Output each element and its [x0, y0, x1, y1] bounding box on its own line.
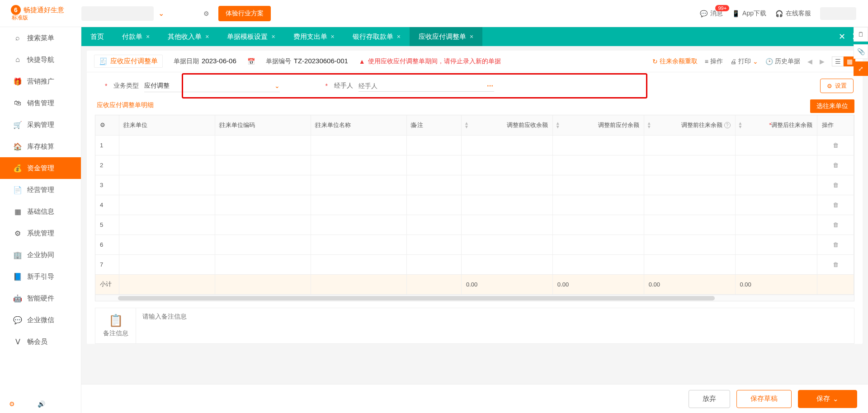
tab-payment[interactable]: 付款单×: [113, 27, 159, 46]
rail-note-button[interactable]: 🗒: [854, 27, 868, 42]
col-unit-name[interactable]: ▲▼往来单位名称: [311, 115, 406, 135]
table-row[interactable]: 3🗑: [95, 175, 854, 195]
tab-other-income[interactable]: 其他收入单×: [159, 27, 218, 46]
chip-icon: 🤖: [14, 294, 22, 302]
tab-bank[interactable]: 银行存取款单×: [344, 27, 410, 46]
messages-button[interactable]: 💬 消息 99+: [700, 9, 723, 18]
cart-icon: 🛒: [14, 121, 22, 129]
close-icon[interactable]: ×: [205, 33, 209, 40]
tab-expense[interactable]: 费用支出单×: [284, 27, 344, 46]
col-pre-recv[interactable]: ▲▼调整前应收余额: [461, 115, 552, 135]
sidebar-item-label: 销售管理: [27, 99, 54, 108]
save-button[interactable]: 保存⌄: [798, 390, 857, 408]
more-icon[interactable]: ⋯: [487, 82, 494, 89]
chevron-down-icon: ⌄: [274, 82, 280, 89]
history-button[interactable]: 🕑历史单据: [765, 57, 800, 66]
table-row[interactable]: 2🗑: [95, 155, 854, 175]
settings-icon[interactable]: ⚙: [9, 400, 15, 408]
delete-row-button[interactable]: 🗑: [817, 235, 854, 254]
delete-row-button[interactable]: 🗑: [817, 195, 854, 215]
remark-input[interactable]: [142, 313, 848, 320]
gear-icon[interactable]: ⚙: [203, 10, 209, 17]
view-list-button[interactable]: ☰: [832, 56, 844, 66]
sidebar-item-wechat[interactable]: 💬企业微信: [0, 309, 81, 331]
business-type-field[interactable]: *业务类型 应付调整⌄: [105, 80, 280, 92]
discard-button[interactable]: 放弃: [689, 390, 730, 408]
next-icon[interactable]: ▶: [820, 58, 825, 65]
sidebar-item-search[interactable]: ⌕搜索菜单: [0, 27, 81, 49]
horizontal-scrollbar[interactable]: [95, 295, 854, 301]
table-row[interactable]: 6🗑: [95, 235, 854, 254]
tab-adjustment[interactable]: 应收应付调整单×: [410, 27, 482, 46]
sidebar-item-vip[interactable]: Ⅴ畅会员: [0, 331, 81, 352]
table-row[interactable]: 5🗑: [95, 215, 854, 235]
col-pre-pay[interactable]: ▲▼调整前应付余额: [552, 115, 644, 135]
sidebar-item-quicknav[interactable]: ⌂快捷导航: [0, 49, 81, 70]
col-config[interactable]: ⚙: [95, 115, 119, 135]
delete-row-button[interactable]: 🗑: [817, 155, 854, 175]
try-industry-button[interactable]: 体验行业方案: [218, 6, 271, 21]
print-icon: 🖨: [730, 58, 736, 65]
table-row[interactable]: 4🗑: [95, 195, 854, 215]
table-header-row: ⚙ ▲▼往来单位 ▲▼往来单位编码 ▲▼往来单位名称 ▲▼备注 ▲▼调整前应收余…: [95, 115, 854, 135]
col-unit[interactable]: ▲▼往来单位: [119, 115, 215, 135]
handler-input[interactable]: [359, 82, 487, 89]
save-draft-button[interactable]: 保存草稿: [736, 390, 792, 408]
doc-date: 单据日期2023-06-06: [174, 57, 236, 66]
delete-row-button[interactable]: 🗑: [817, 215, 854, 235]
table-row[interactable]: 1🗑: [95, 135, 854, 155]
headset-icon: 🎧: [775, 10, 783, 17]
sidebar-item-hardware[interactable]: 🤖智能硬件: [0, 287, 81, 309]
avatar[interactable]: [820, 7, 856, 20]
settings-button[interactable]: ⚙设置: [820, 79, 854, 93]
sidebar-item-label: 营销推广: [27, 77, 54, 86]
col-pre-balance[interactable]: ▲▼调整前往来余额: [644, 115, 735, 135]
close-icon[interactable]: ×: [470, 33, 473, 40]
close-all-icon[interactable]: ✕: [839, 32, 845, 42]
delete-row-button[interactable]: 🗑: [817, 175, 854, 195]
sidebar-item-inventory[interactable]: 🏠库存核算: [0, 136, 81, 157]
tab-template[interactable]: 单据模板设置×: [218, 27, 284, 46]
chevron-down-icon: ⌄: [158, 9, 164, 18]
close-icon[interactable]: ×: [146, 33, 150, 40]
sidebar-item-purchase[interactable]: 🛒采购管理: [0, 114, 81, 136]
col-remark[interactable]: ▲▼备注: [406, 115, 461, 135]
table-row[interactable]: 7🗑: [95, 254, 854, 274]
sidebar-item-funds[interactable]: 💰资金管理: [0, 157, 81, 179]
sidebar-footer: ⚙ 🔊: [0, 395, 81, 413]
book-icon: 📘: [14, 272, 22, 281]
rail-attach-button[interactable]: 📎: [854, 44, 868, 59]
sidebar-item-marketing[interactable]: 🎁营销推广: [0, 70, 81, 92]
sidebar-item-collab[interactable]: 🏢企业协同: [0, 244, 81, 266]
sound-icon[interactable]: 🔊: [38, 400, 45, 408]
org-selector[interactable]: ⌄: [81, 6, 199, 21]
sidebar-item-system[interactable]: ⚙系统管理: [0, 222, 81, 244]
operate-button[interactable]: ≡操作: [705, 57, 723, 66]
close-icon[interactable]: ×: [331, 33, 335, 40]
sidebar-item-guide[interactable]: 📘新手引导: [0, 266, 81, 287]
tab-label: 银行存取款单: [353, 33, 393, 41]
calendar-icon[interactable]: 📅: [247, 58, 255, 65]
delete-row-button[interactable]: 🗑: [817, 254, 854, 274]
bag-icon: 🛍: [14, 99, 22, 107]
rail-expand-button[interactable]: ⤢: [854, 61, 868, 76]
print-button[interactable]: 🖨打印⌄: [730, 57, 758, 66]
gear-icon: ⚙: [827, 83, 832, 89]
pick-unit-button[interactable]: 选往来单位: [810, 99, 854, 113]
handler-field[interactable]: *经手人 ⋯: [325, 80, 494, 92]
sidebar-item-operations[interactable]: 📄经营管理: [0, 179, 81, 201]
support-button[interactable]: 🎧 在线客服: [775, 9, 811, 18]
close-icon[interactable]: ×: [271, 33, 275, 40]
grid-icon: ▦: [14, 207, 22, 216]
close-icon[interactable]: ×: [397, 33, 401, 40]
app-download-button[interactable]: 📱 App下载: [732, 9, 766, 18]
col-unit-code[interactable]: ▲▼往来单位编码: [215, 115, 311, 135]
sidebar-item-sales[interactable]: 🛍销售管理: [0, 92, 81, 114]
prev-icon[interactable]: ◀: [807, 58, 812, 65]
tab-home[interactable]: 首页: [81, 27, 113, 46]
header-right: 💬 消息 99+ 📱 App下载 🎧 在线客服: [700, 7, 863, 20]
delete-row-button[interactable]: 🗑: [817, 135, 854, 155]
col-post-balance[interactable]: ▲▼*调整后往来余额: [735, 115, 817, 135]
refetch-balance-button[interactable]: ↻往来余额重取: [652, 57, 698, 66]
sidebar-item-basicinfo[interactable]: ▦基础信息: [0, 201, 81, 222]
